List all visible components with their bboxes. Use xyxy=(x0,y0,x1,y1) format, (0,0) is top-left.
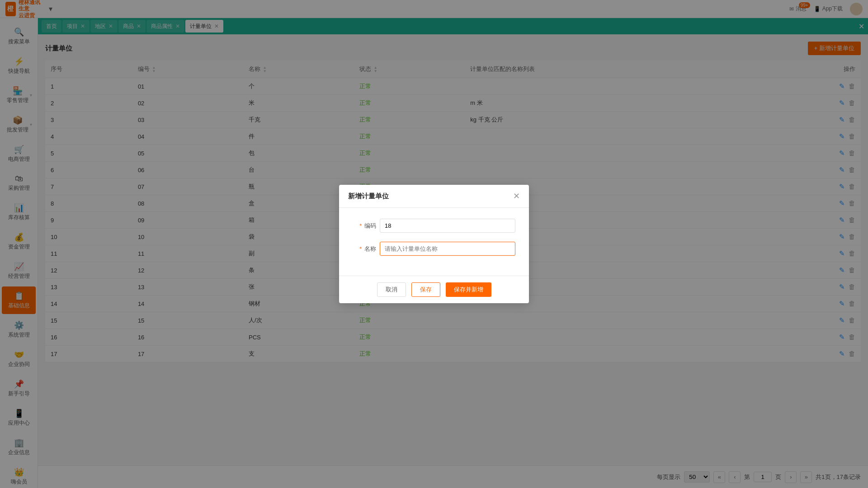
code-input[interactable] xyxy=(380,219,515,233)
modal-close-button[interactable]: ✕ xyxy=(513,191,520,201)
modal-header: 新增计量单位 ✕ xyxy=(339,185,529,208)
required-star-code: * xyxy=(359,222,362,229)
save-and-add-button[interactable]: 保存并新增 xyxy=(446,282,491,297)
required-star-name: * xyxy=(359,245,362,252)
cancel-button[interactable]: 取消 xyxy=(377,282,406,297)
code-label: * 编码 xyxy=(353,222,380,230)
add-unit-modal: 新增计量单位 ✕ * 编码 * 名称 取消 保存 保存并新增 xyxy=(339,185,529,303)
modal-body: * 编码 * 名称 xyxy=(339,208,529,276)
modal-overlay: 新增计量单位 ✕ * 编码 * 名称 取消 保存 保存并新增 xyxy=(0,0,868,488)
modal-footer: 取消 保存 保存并新增 xyxy=(339,276,529,303)
name-label: * 名称 xyxy=(353,245,380,253)
name-input[interactable] xyxy=(380,242,515,256)
form-row-code: * 编码 xyxy=(353,219,515,233)
save-button[interactable]: 保存 xyxy=(411,282,440,297)
form-row-name: * 名称 xyxy=(353,242,515,256)
modal-title: 新增计量单位 xyxy=(348,192,389,201)
